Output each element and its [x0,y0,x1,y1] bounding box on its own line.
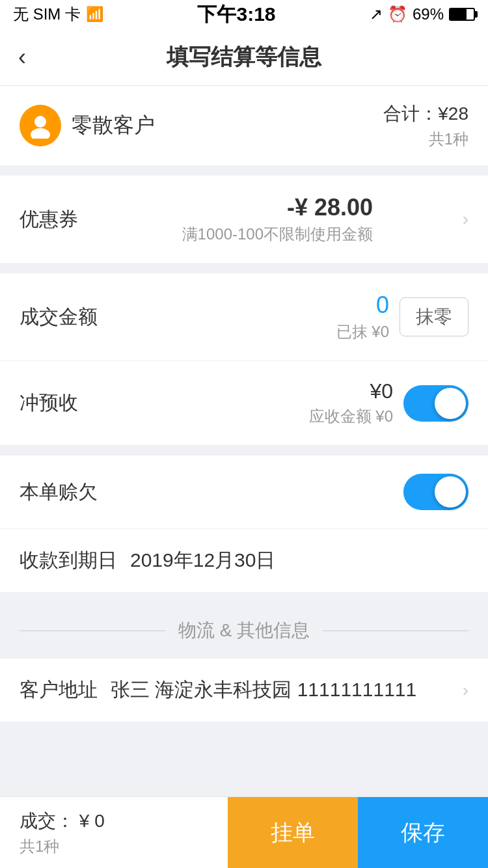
avatar [20,105,61,146]
address-label: 客户地址 [20,677,98,703]
transaction-card: 成交金额 0 已抹 ¥0 抹零 冲预收 ¥0 应收金额 ¥0 [0,273,488,445]
bottom-bar: 成交： ¥ 0 共1种 挂单 保存 [0,796,488,868]
coupon-card: 优惠券 -¥ 28.00 满1000-100不限制使用金额 › [0,176,488,263]
coupon-description: 满1000-100不限制使用金额 [182,224,373,245]
save-button[interactable]: 保存 [358,797,488,869]
customer-count: 共1种 [383,129,468,150]
prereceive-value-wrap: ¥0 应收金额 ¥0 [309,379,393,427]
battery-percent: 69% [413,5,444,23]
hold-button[interactable]: 挂单 [228,797,358,869]
content-area: 零散客户 合计：¥28 共1种 优惠券 -¥ 28.00 满1000-100不限… [0,86,488,810]
status-left: 无 SIM 卡 📶 [13,4,103,25]
coupon-row[interactable]: 优惠券 -¥ 28.00 满1000-100不限制使用金额 › [0,176,488,263]
prereceive-row: 冲预收 ¥0 应收金额 ¥0 [0,360,488,445]
logistics-divider: 物流 & 其他信息 [20,618,468,643]
logistics-label: 物流 & 其他信息 [178,618,310,643]
address-card: 客户地址 张三 海淀永丰科技园 11111111111 › [0,658,488,722]
customer-right: 合计：¥28 共1种 [383,102,468,150]
round-off-button[interactable]: 抹零 [400,297,468,336]
divider-line-left [20,631,165,631]
status-time: 下午3:18 [197,1,275,28]
status-right: ↗ ⏰ 69% [370,5,475,23]
deferred-right [403,474,468,510]
prereceive-right: ¥0 应收金额 ¥0 [309,379,468,427]
address-chevron-icon: › [463,680,468,701]
already-rounded: 已抹 ¥0 [336,321,389,342]
svg-point-0 [34,116,46,128]
divider-line-right [323,631,468,631]
prereceive-amount: ¥0 [309,379,393,403]
coupon-label: 优惠券 [20,206,98,233]
battery-icon [449,8,475,21]
coupon-chevron-icon: › [463,209,468,230]
deferred-card: 本单赊欠 收款到期日 2019年12月30日 [0,455,488,592]
customer-name: 零散客户 [72,111,155,140]
due-date-row: 收款到期日 2019年12月30日 [0,528,488,592]
deferred-label: 本单赊欠 [20,479,98,506]
deferred-toggle[interactable] [403,474,468,510]
back-button[interactable]: ‹ [18,44,26,71]
transaction-label: 成交金额 [20,304,98,331]
bottom-deal-label: 成交： [20,811,74,831]
customer-row: 零散客户 合计：¥28 共1种 [0,86,488,165]
nav-bar: ‹ 填写结算等信息 [0,29,488,86]
deferred-row: 本单赊欠 [0,455,488,528]
prereceive-sub: 应收金额 ¥0 [309,406,393,427]
transaction-value-wrap: 0 已抹 ¥0 [336,292,389,342]
wifi-icon: 📶 [86,6,103,23]
svg-point-1 [31,128,50,139]
logistics-section: 物流 & 其他信息 [0,603,488,658]
status-bar: 无 SIM 卡 📶 下午3:18 ↗ ⏰ 69% [0,0,488,29]
bottom-info: 成交： ¥ 0 共1种 [0,809,228,857]
due-date-value: 2019年12月30日 [130,547,275,574]
bottom-deal-value: ¥ 0 [79,811,105,831]
deferred-toggle-knob [435,476,466,508]
coupon-amount: -¥ 28.00 [182,194,373,221]
page-title: 填写结算等信息 [167,42,321,72]
bottom-count: 共1种 [20,836,208,857]
transaction-value[interactable]: 0 [336,292,389,319]
customer-total: 合计：¥28 [383,102,468,126]
transaction-row: 成交金额 0 已抹 ¥0 抹零 [0,273,488,360]
location-icon: ↗ [370,5,383,23]
address-value: 张三 海淀永丰科技园 11111111111 [111,677,457,703]
bottom-deal-amount: 成交： ¥ 0 [20,809,208,834]
user-icon [27,113,53,139]
customer-card: 零散客户 合计：¥28 共1种 [0,86,488,165]
coupon-right: -¥ 28.00 满1000-100不限制使用金额 [182,194,373,245]
due-date-label: 收款到期日 [20,547,117,574]
carrier-label: 无 SIM 卡 [13,4,81,25]
prereceive-toggle[interactable] [403,385,468,422]
prereceive-label: 冲预收 [20,390,98,416]
address-row[interactable]: 客户地址 张三 海淀永丰科技园 11111111111 › [0,658,488,722]
transaction-right: 0 已抹 ¥0 抹零 [336,292,468,342]
alarm-icon: ⏰ [388,5,407,23]
customer-left: 零散客户 [20,105,155,146]
toggle-knob [435,388,466,419]
